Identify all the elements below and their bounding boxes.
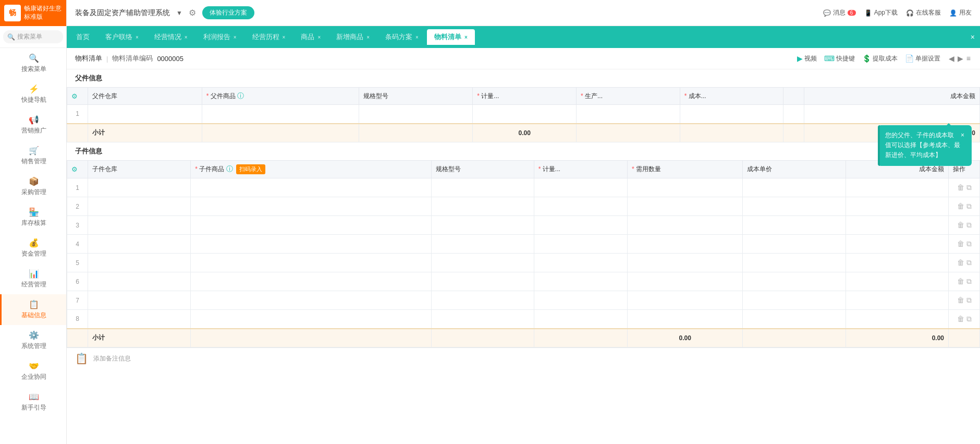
sidebar-item-inventory[interactable]: 🏪库存核算: [0, 202, 66, 233]
tab-add-goods[interactable]: 新增商品×: [329, 29, 377, 45]
add-note-icon[interactable]: 📋: [75, 352, 88, 365]
tab-close-goods[interactable]: ×: [317, 34, 321, 40]
child-spec-5[interactable]: [431, 254, 534, 272]
tab-profit[interactable]: 利润报告×: [196, 29, 244, 45]
child-qty-2[interactable]: [627, 197, 743, 216]
sidebar-item-quick-nav[interactable]: ⚡快捷导航: [0, 79, 66, 110]
child-unit-cost-5[interactable]: [743, 254, 846, 272]
delete-icon-5[interactable]: 🗑: [957, 258, 964, 267]
child-goods-2[interactable]: [191, 197, 431, 216]
delete-icon-1[interactable]: 🗑: [957, 183, 964, 192]
child-qty-1[interactable]: [627, 178, 743, 197]
copy-icon-1[interactable]: ⧉: [966, 183, 972, 192]
settings-icon[interactable]: ⚙: [189, 8, 196, 18]
nav-menu[interactable]: ≡: [965, 53, 972, 64]
child-unit-cost-1[interactable]: [743, 178, 846, 197]
tab-close-history[interactable]: ×: [283, 34, 286, 40]
tab-goods[interactable]: 商品×: [293, 29, 328, 45]
trial-button[interactable]: 体验行业方案: [202, 6, 254, 19]
child-unit-cost-2[interactable]: [743, 197, 846, 216]
child-qty-3[interactable]: [627, 216, 743, 235]
tab-close-operations[interactable]: ×: [185, 34, 188, 40]
tooltip-close[interactable]: ×: [961, 130, 964, 140]
search-menu-box[interactable]: 🔍 搜索菜单: [3, 30, 63, 43]
sidebar-item-basic-info[interactable]: 📋基础信息: [0, 294, 66, 325]
child-warehouse-7[interactable]: [88, 291, 191, 310]
child-goods-5[interactable]: [191, 254, 431, 272]
close-all-tabs[interactable]: ×: [967, 33, 978, 41]
child-unit-7[interactable]: [534, 291, 627, 310]
copy-icon-3[interactable]: ⧉: [966, 221, 972, 230]
scan-btn[interactable]: 扫码录入: [236, 164, 265, 174]
tab-history[interactable]: 经营历程×: [245, 29, 293, 45]
child-spec-4[interactable]: [431, 235, 534, 254]
child-unit-cost-3[interactable]: [743, 216, 846, 235]
child-spec-1[interactable]: [431, 178, 534, 197]
child-warehouse-6[interactable]: [88, 272, 191, 291]
child-unit-4[interactable]: [534, 235, 627, 254]
parent-cost-1[interactable]: [680, 105, 783, 124]
tab-close-profit[interactable]: ×: [234, 34, 237, 40]
copy-icon-2[interactable]: ⧉: [966, 202, 972, 211]
child-unit-cost-6[interactable]: [743, 272, 846, 291]
child-warehouse-5[interactable]: [88, 254, 191, 272]
child-unit-2[interactable]: [534, 197, 627, 216]
child-unit-cost-7[interactable]: [743, 291, 846, 310]
child-spec-8[interactable]: [431, 310, 534, 329]
nav-prev[interactable]: ◀: [948, 53, 956, 64]
sidebar-item-search[interactable]: 🔍搜索菜单: [0, 48, 66, 79]
tab-close-add-goods[interactable]: ×: [366, 34, 370, 40]
child-qty-4[interactable]: [627, 235, 743, 254]
child-spec-6[interactable]: [431, 272, 534, 291]
child-qty-8[interactable]: [627, 310, 743, 329]
parent-goods-1[interactable]: [202, 105, 359, 124]
child-warehouse-8[interactable]: [88, 310, 191, 329]
tab-barcode[interactable]: 条码方案×: [378, 29, 426, 45]
sidebar-item-enterprise[interactable]: 🤝企业协同: [0, 356, 66, 387]
delete-icon-8[interactable]: 🗑: [957, 315, 964, 323]
child-unit-6[interactable]: [534, 272, 627, 291]
copy-icon-5[interactable]: ⧉: [966, 258, 972, 267]
system-dropdown[interactable]: ▼: [176, 9, 182, 17]
delete-icon-2[interactable]: 🗑: [957, 202, 964, 211]
child-warehouse-1[interactable]: [88, 178, 191, 197]
tab-customer[interactable]: 客户联络×: [98, 29, 146, 45]
delete-icon-6[interactable]: 🗑: [957, 277, 964, 286]
child-unit-3[interactable]: [534, 216, 627, 235]
sidebar-item-finance[interactable]: 💰资金管理: [0, 233, 66, 263]
online-service-btn[interactable]: 🎧 在线客服: [906, 8, 941, 17]
copy-icon-6[interactable]: ⧉: [966, 277, 972, 286]
sidebar-item-purchase[interactable]: 📦采购管理: [0, 171, 66, 202]
nav-next[interactable]: ▶: [957, 53, 964, 64]
parent-unit-1[interactable]: [473, 105, 577, 124]
child-unit-cost-4[interactable]: [743, 235, 846, 254]
parent-production-1[interactable]: [577, 105, 680, 124]
sidebar-item-marketing[interactable]: 📢营销推广: [0, 110, 66, 140]
sidebar-item-sales[interactable]: 🛒销售管理: [0, 140, 66, 171]
child-unit-8[interactable]: [534, 310, 627, 329]
delete-icon-3[interactable]: 🗑: [957, 221, 964, 230]
child-warehouse-4[interactable]: [88, 235, 191, 254]
child-goods-7[interactable]: [191, 291, 431, 310]
child-warehouse-3[interactable]: [88, 216, 191, 235]
child-goods-3[interactable]: [191, 216, 431, 235]
child-unit-cost-8[interactable]: [743, 310, 846, 329]
tab-home[interactable]: 首页: [69, 29, 97, 45]
sidebar-item-system[interactable]: ⚙️系统管理: [0, 325, 66, 356]
tab-bom[interactable]: 物料清单×: [427, 29, 475, 45]
sidebar-item-operations[interactable]: 📊经营管理: [0, 263, 66, 294]
child-goods-1[interactable]: [191, 178, 431, 197]
delete-icon-4[interactable]: 🗑: [957, 239, 964, 248]
child-goods-6[interactable]: [191, 272, 431, 291]
child-spec-2[interactable]: [431, 197, 534, 216]
video-btn[interactable]: ▶ 视频: [797, 54, 817, 63]
cost-btn[interactable]: 💲 提取成本: [862, 54, 898, 63]
child-spec-7[interactable]: [431, 291, 534, 310]
child-goods-4[interactable]: [191, 235, 431, 254]
child-warehouse-2[interactable]: [88, 197, 191, 216]
tab-close-bom[interactable]: ×: [464, 34, 468, 40]
tab-close-customer[interactable]: ×: [136, 34, 139, 40]
child-qty-7[interactable]: [627, 291, 743, 310]
message-btn[interactable]: 💬 消息 6: [823, 8, 856, 17]
parent-warehouse-1[interactable]: [88, 105, 202, 124]
